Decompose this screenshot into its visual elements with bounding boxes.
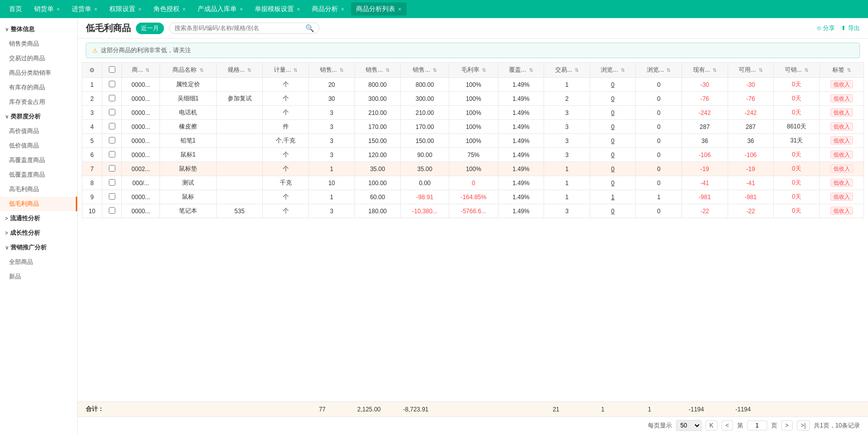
row-select-checkbox[interactable] [109, 207, 115, 214]
row-checkbox[interactable] [102, 106, 122, 120]
row-view1[interactable]: 0 [590, 134, 636, 148]
row-select-checkbox[interactable] [109, 81, 115, 87]
next-page-button[interactable]: > [781, 420, 793, 430]
nav-item-product-analysis[interactable]: 商品分析 × [307, 3, 349, 16]
select-all-checkbox[interactable] [109, 66, 115, 73]
search-icon[interactable]: 🔍 [305, 24, 314, 32]
nav-close-role[interactable]: × [183, 6, 186, 12]
row-checkbox[interactable] [102, 92, 122, 106]
nav-close-template[interactable]: × [297, 6, 300, 12]
export-button[interactable]: ⬆ 导出 [841, 24, 860, 33]
row-select-checkbox[interactable] [109, 151, 115, 158]
col-sale-profit[interactable]: 销售... ⇅ [401, 63, 449, 78]
nav-item-product-list[interactable]: 商品分析列表 × [351, 3, 406, 16]
col-settings[interactable]: ⚙ [82, 63, 102, 78]
col-gross-margin[interactable]: 毛利率 ⇅ [449, 63, 498, 78]
row-view1[interactable]: 0 [590, 106, 636, 120]
nav-item-role[interactable]: 角色授权 × [148, 3, 191, 16]
sidebar-group-marketing[interactable]: ∨ 营销推广分析 [0, 240, 77, 255]
row-checkbox[interactable] [102, 148, 122, 162]
sidebar-group-flow[interactable]: > 流通性分析 [0, 211, 77, 226]
row-view1[interactable]: 0 [590, 92, 636, 106]
nav-close-product-list[interactable]: × [398, 6, 401, 12]
sidebar-item-new-products[interactable]: 新品 [0, 269, 77, 284]
col-view1[interactable]: 浏览... ⇅ [590, 63, 636, 78]
sidebar-item-high-value[interactable]: 高价值商品 [0, 124, 77, 138]
row-select-checkbox[interactable] [109, 123, 115, 129]
sidebar-group-general[interactable]: ∨ 整体信息 [0, 22, 77, 37]
nav-item-home[interactable]: 首页 [4, 3, 27, 16]
row-select-checkbox[interactable] [109, 165, 115, 172]
row-view1[interactable]: 0 [590, 204, 636, 218]
col-unit[interactable]: 计量... ⇅ [263, 63, 309, 78]
col-saleable-days[interactable]: 可销... ⇅ [774, 63, 820, 78]
row-transaction: 3 [544, 134, 590, 148]
row-view1[interactable]: 0 [590, 78, 636, 92]
row-view1[interactable]: 0 [590, 120, 636, 134]
sidebar-item-all-products[interactable]: 全部商品 [0, 255, 77, 269]
row-checkbox[interactable] [102, 190, 122, 204]
sidebar-item-high-margin[interactable]: 高毛利商品 [0, 182, 77, 197]
col-sale-count[interactable]: 销售... ⇅ [309, 63, 355, 78]
first-page-button[interactable]: K [706, 420, 718, 430]
nav-item-purchase[interactable]: 进货单 × [67, 3, 102, 16]
nav-close-permission[interactable]: × [138, 6, 141, 12]
row-checkbox[interactable] [102, 120, 122, 134]
share-button[interactable]: ⎋ 分享 [817, 24, 835, 33]
row-select-checkbox[interactable] [109, 137, 115, 143]
row-checkbox[interactable] [102, 134, 122, 148]
col-sale-price[interactable]: 销售... ⇅ [355, 63, 401, 78]
row-view1[interactable]: 0 [590, 148, 636, 162]
nav-close-sales[interactable]: × [57, 6, 60, 12]
col-checkbox[interactable] [102, 63, 122, 78]
col-view2[interactable]: 浏览... ⇅ [636, 63, 682, 78]
col-transaction[interactable]: 交易... ⇅ [544, 63, 590, 78]
row-checkbox[interactable] [102, 176, 122, 190]
nav-item-permission[interactable]: 权限设置 × [104, 3, 146, 16]
nav-item-template[interactable]: 单据模板设置 × [250, 3, 305, 16]
row-view1[interactable]: 1 [590, 190, 636, 204]
sidebar-item-low-coverage[interactable]: 低覆盖度商品 [0, 168, 77, 182]
nav-close-product-analysis[interactable]: × [341, 6, 344, 12]
row-select-checkbox[interactable] [109, 109, 115, 115]
nav-close-purchase[interactable]: × [94, 6, 97, 12]
nav-close-product-in[interactable]: × [240, 6, 243, 12]
last-page-button[interactable]: >| [797, 420, 810, 430]
col-current-stock[interactable]: 现有... ⇅ [682, 63, 728, 78]
row-checkbox[interactable] [102, 204, 122, 218]
sidebar-item-stock-capital[interactable]: 库存资金占用 [0, 95, 77, 109]
sidebar-group-cluster[interactable]: ∨ 类群度分析 [0, 109, 77, 124]
sidebar-item-sales-products[interactable]: 销售类商品 [0, 37, 77, 51]
row-select-checkbox[interactable] [109, 179, 115, 186]
nav-item-sales[interactable]: 销货单 × [29, 3, 65, 16]
row-checkbox[interactable] [102, 78, 122, 92]
col-coverage[interactable]: 覆盖... ⇅ [498, 63, 544, 78]
row-name: 鼠标1 [159, 148, 216, 162]
col-usable-stock[interactable]: 可用... ⇅ [728, 63, 774, 78]
footer-spacer1 [112, 406, 158, 413]
col-tag[interactable]: 标签 ⇅ [819, 63, 863, 78]
search-input[interactable] [175, 25, 305, 32]
page-input[interactable] [747, 420, 767, 430]
row-view1[interactable]: 0 [590, 176, 636, 190]
sidebar-item-traded-products[interactable]: 交易过的商品 [0, 51, 77, 66]
sidebar-item-low-value[interactable]: 低价值商品 [0, 138, 77, 153]
sidebar-item-category-rate[interactable]: 商品分类助销率 [0, 66, 77, 80]
sidebar-item-low-margin[interactable]: 低毛利商品 [0, 197, 77, 211]
col-code[interactable]: 商... ⇅ [122, 63, 159, 78]
sidebar-item-high-coverage[interactable]: 高覆盖度商品 [0, 153, 77, 168]
prev-page-button[interactable]: < [722, 420, 733, 430]
col-spec[interactable]: 规格... ⇅ [216, 63, 263, 78]
col-name[interactable]: 商品名称 ⇅ [159, 63, 216, 78]
sidebar-group-growth[interactable]: > 成长性分析 [0, 226, 77, 240]
row-sale-count: 3 [309, 120, 355, 134]
period-button[interactable]: 近一月 [136, 23, 164, 34]
row-select-checkbox[interactable] [109, 95, 115, 101]
per-page-select[interactable]: 50 100 200 [676, 420, 702, 431]
row-select-checkbox[interactable] [109, 193, 115, 200]
row-checkbox[interactable] [102, 162, 122, 176]
table-container[interactable]: ⚙ 商... ⇅ 商品名称 ⇅ 规格... ⇅ 计量... ⇅ 销售... ⇅ … [78, 62, 868, 401]
row-view1[interactable]: 0 [590, 162, 636, 176]
sidebar-item-stocked-products[interactable]: 有库存的商品 [0, 80, 77, 95]
nav-item-product-in[interactable]: 产成品入库单 × [193, 3, 248, 16]
